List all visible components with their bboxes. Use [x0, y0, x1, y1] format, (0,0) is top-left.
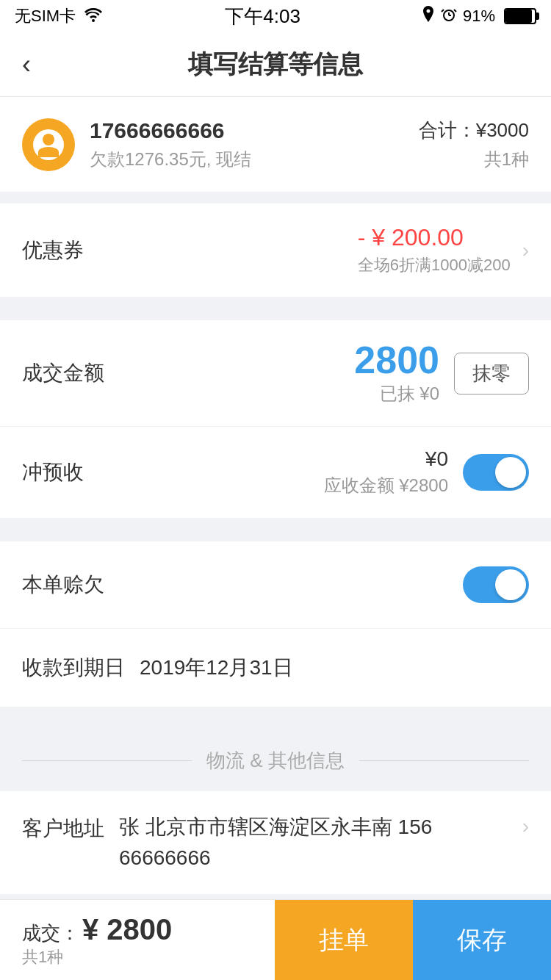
back-button[interactable]: ‹	[22, 49, 31, 80]
prepay-amount-wrap: ¥0 应收金额 ¥2800	[324, 447, 448, 497]
amount-erased: 已抹 ¥0	[354, 382, 439, 406]
customer-right: 合计：¥3000 共1种	[419, 118, 529, 171]
debt-row: 本单赊欠	[0, 541, 551, 628]
bottom-summary-row: 成交： ¥ 2800	[22, 912, 253, 946]
coupon-amount: - ¥ 200.00	[358, 224, 511, 251]
divider-line-left	[22, 760, 192, 761]
main-content: 17666666666 欠款1276.35元, 现结 合计：¥3000 共1种 …	[0, 97, 551, 980]
save-button[interactable]: 保存	[413, 900, 551, 980]
avatar	[22, 118, 75, 171]
battery-text: 91%	[463, 7, 495, 26]
address-value: 张 北京市市辖区海淀区永丰南 156 66666666	[119, 812, 508, 873]
alarm-icon	[441, 6, 457, 26]
customer-phone: 17666666666	[90, 118, 251, 143]
total-label: 合计：¥3000	[419, 118, 529, 143]
bottom-count: 共1种	[22, 946, 253, 968]
prepay-row: 冲预收 ¥0 应收金额 ¥2800	[0, 427, 551, 518]
section-divider-1	[0, 309, 551, 320]
receivable-amount: 应收金额 ¥2800	[324, 474, 448, 497]
amount-right: 2800 已抹 ¥0 抹零	[354, 341, 529, 406]
logistics-label: 物流 & 其他信息	[206, 748, 345, 774]
coupon-value-wrap: - ¥ 200.00 全场6折满1000减200	[358, 224, 511, 276]
address-chevron-icon: ›	[522, 812, 529, 838]
transaction-section: 成交金额 2800 已抹 ¥0 抹零 冲预收 ¥0 应收金额 ¥2800	[0, 320, 551, 518]
due-date-row: 收款到期日 2019年12月31日	[0, 628, 551, 707]
wifi-icon	[83, 6, 104, 26]
coupon-right: - ¥ 200.00 全场6折满1000减200 ›	[358, 224, 529, 276]
divider-line-right	[359, 760, 529, 761]
amount-value: 2800	[354, 341, 439, 379]
address-label: 客户地址	[22, 812, 104, 843]
bottom-bar: 成交： ¥ 2800 共1种 挂单 保存	[0, 899, 551, 980]
carrier-text: 无SIM卡	[15, 5, 76, 27]
coupon-label: 优惠券	[22, 237, 84, 264]
status-left: 无SIM卡	[15, 5, 104, 27]
due-date-label: 收款到期日	[22, 654, 125, 682]
section-divider-2	[0, 530, 551, 541]
customer-card: 17666666666 欠款1276.35元, 现结 合计：¥3000 共1种	[0, 97, 551, 192]
logistics-divider: 物流 & 其他信息	[0, 730, 551, 791]
customer-debt: 欠款1276.35元, 现结	[90, 148, 251, 171]
amount-row: 成交金额 2800 已抹 ¥0 抹零	[0, 320, 551, 427]
coupon-desc: 全场6折满1000减200	[358, 254, 511, 276]
total-count: 共1种	[419, 148, 529, 171]
due-date-value: 2019年12月31日	[140, 654, 293, 682]
status-time: 下午4:03	[225, 4, 300, 29]
customer-info: 17666666666 欠款1276.35元, 现结	[90, 118, 251, 171]
amount-value-wrap: 2800 已抹 ¥0	[354, 341, 439, 406]
amount-label: 成交金额	[22, 359, 104, 387]
coupon-chevron-icon: ›	[522, 239, 529, 262]
coupon-row[interactable]: 优惠券 - ¥ 200.00 全场6折满1000减200 ›	[0, 203, 551, 297]
prepay-toggle[interactable]	[463, 454, 529, 491]
bottom-summary: 成交： ¥ 2800 共1种	[0, 900, 275, 980]
status-right: 91%	[422, 6, 536, 26]
page-title: 填写结算等信息	[188, 48, 363, 82]
address-row[interactable]: 客户地址 张 北京市市辖区海淀区永丰南 156 66666666 ›	[0, 791, 551, 894]
customer-left: 17666666666 欠款1276.35元, 现结	[22, 118, 251, 171]
debt-section: 本单赊欠 收款到期日 2019年12月31日	[0, 541, 551, 707]
location-icon	[422, 6, 435, 26]
debt-label: 本单赊欠	[22, 571, 104, 599]
avatar-icon	[33, 129, 64, 160]
coupon-section: 优惠券 - ¥ 200.00 全场6折满1000减200 ›	[0, 203, 551, 297]
address-section: 客户地址 张 北京市市辖区海淀区永丰南 156 66666666 ›	[0, 791, 551, 894]
prepay-right: ¥0 应收金额 ¥2800	[324, 447, 529, 497]
debt-toggle[interactable]	[463, 566, 529, 603]
status-bar: 无SIM卡 下午4:03 91%	[0, 0, 551, 32]
round-button[interactable]: 抹零	[454, 353, 529, 394]
prepay-label: 冲预收	[22, 458, 84, 486]
bottom-amount: ¥ 2800	[82, 913, 172, 946]
nav-bar: ‹ 填写结算等信息	[0, 32, 551, 97]
battery-icon	[504, 8, 536, 24]
prepay-amount: ¥0	[324, 447, 448, 471]
hang-button[interactable]: 挂单	[275, 900, 413, 980]
section-divider-3	[0, 718, 551, 730]
bottom-label: 成交：	[22, 920, 79, 946]
